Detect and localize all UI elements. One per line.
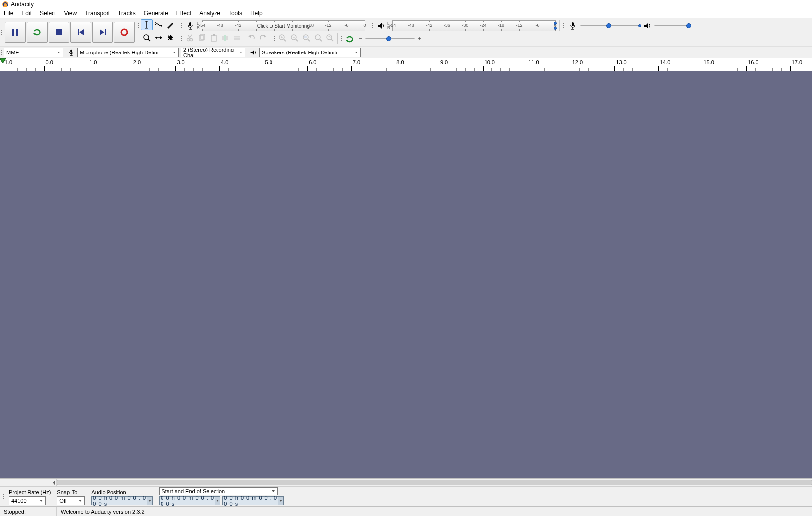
timeshift-tool[interactable] [153, 32, 164, 43]
snap-to-combo[interactable]: Off [57, 496, 85, 505]
record-button[interactable] [114, 22, 135, 43]
ruler-label: 13.0 [616, 59, 626, 65]
zoom-toggle-button[interactable] [324, 32, 336, 43]
skip-end-button[interactable] [92, 22, 113, 43]
toolbar-grip[interactable] [180, 19, 184, 32]
ruler-label: 6.0 [309, 59, 316, 65]
chevron-down-icon[interactable] [215, 497, 220, 505]
play-button[interactable] [27, 22, 48, 43]
playback-speed-slider[interactable] [365, 34, 415, 44]
ruler-label: 4.0 [221, 59, 228, 65]
project-rate-combo[interactable]: 44100 [9, 496, 46, 505]
toolbar-grip[interactable] [180, 32, 184, 45]
ruler-label: 8.0 [396, 59, 404, 65]
zoom-in-button[interactable] [276, 32, 288, 43]
undo-button[interactable] [245, 32, 257, 43]
mic-icon[interactable] [186, 21, 195, 30]
recording-volume-slider[interactable] [580, 21, 640, 31]
project-rate-label: Project Rate (Hz) [9, 489, 51, 495]
toolbar-grip[interactable] [0, 19, 4, 45]
zoom-out-button[interactable] [288, 32, 300, 43]
draw-tool[interactable] [164, 19, 176, 30]
tools-toolbar-row1 [141, 19, 176, 32]
play-at-speed-button[interactable] [343, 33, 355, 44]
chevron-down-icon [57, 51, 61, 54]
menu-generate[interactable]: Generate [140, 9, 172, 17]
zoom-toolbar [276, 32, 336, 45]
playback-device-combo[interactable]: Speakers (Realtek High Definiti [259, 48, 361, 57]
meter-tick-label: -18 [498, 23, 504, 28]
skip-start-button[interactable] [70, 22, 91, 43]
toolbar-grip[interactable] [561, 19, 565, 32]
menu-tools[interactable]: Tools [224, 9, 246, 17]
speaker-icon[interactable] [377, 21, 385, 30]
horizontal-scrollbar[interactable] [0, 478, 812, 486]
selection-tool[interactable] [141, 19, 153, 30]
audio-position-field[interactable]: 0 0 h 0 0 m 0 0 . 0 0 0 s [91, 496, 153, 505]
selection-start-value: 0 0 h 0 0 m 0 0 . 0 0 0 s [161, 495, 219, 507]
timeline-ruler[interactable]: - 1.00.01.02.03.04.05.06.07.08.09.010.01… [0, 58, 812, 71]
menu-file[interactable]: File [0, 9, 17, 17]
audio-host-combo[interactable]: MME [4, 48, 63, 57]
selection-mode-value: Start and End of Selection [162, 488, 225, 494]
selection-mode-combo[interactable]: Start and End of Selection [159, 487, 278, 495]
chevron-down-icon[interactable] [147, 497, 152, 505]
toolbar-grip[interactable] [0, 50, 4, 55]
ruler-label: 16.0 [748, 59, 758, 65]
ruler-label: 5.0 [265, 59, 272, 65]
envelope-tool[interactable] [153, 19, 164, 30]
menu-view[interactable]: View [60, 9, 81, 17]
meter-tick-label: -30 [462, 23, 468, 28]
recording-device-combo[interactable]: Microphone (Realtek High Defini [77, 48, 179, 57]
track-area[interactable] [0, 71, 812, 478]
menu-analyze[interactable]: Analyze [195, 9, 224, 17]
menu-effect[interactable]: Effect [172, 9, 195, 17]
scroll-left-icon[interactable] [52, 480, 56, 486]
menu-help[interactable]: Help [246, 9, 267, 17]
toolbar-grip[interactable] [272, 32, 276, 45]
playback-meter[interactable]: -54-48-42-36-30-24-18-12-60 [392, 20, 556, 31]
silence-button[interactable] [231, 32, 243, 43]
trim-button[interactable] [219, 32, 231, 43]
meter-tick-label: -36 [444, 23, 450, 28]
recording-meter[interactable]: Click to Start Monitoring -54-48-42-18-1… [202, 20, 365, 31]
minus-icon [357, 36, 363, 42]
cut-button[interactable] [184, 32, 196, 43]
chevron-down-icon [271, 489, 275, 493]
selection-start-field[interactable]: 0 0 h 0 0 m 0 0 . 0 0 0 s [159, 496, 220, 505]
status-bar: Stopped. Welcome to Audacity version 2.3… [0, 506, 812, 516]
meter-tick-label: -54 [199, 23, 205, 28]
ruler-label: 7.0 [353, 59, 360, 65]
toolbar-grip[interactable] [137, 19, 141, 32]
title-bar: Audacity [0, 0, 812, 9]
status-message: Welcome to Audacity version 2.3.2 [57, 507, 812, 516]
multi-tool[interactable] [164, 32, 176, 43]
menu-transport[interactable]: Transport [81, 9, 114, 17]
stop-button[interactable] [49, 22, 69, 43]
toolbar-grip[interactable] [2, 487, 6, 505]
toolbar-grip[interactable] [339, 32, 343, 45]
meter-tick-label: -6 [536, 23, 540, 28]
selection-end-field[interactable]: 0 0 h 0 0 m 0 0 . 0 0 0 s [222, 496, 284, 505]
ruler-label: 15.0 [704, 59, 714, 65]
fit-selection-button[interactable] [300, 32, 312, 43]
meter-tick-label: -6 [345, 23, 349, 28]
meter-tick-label: -54 [389, 23, 396, 28]
menu-tracks[interactable]: Tracks [114, 9, 140, 17]
chevron-down-icon[interactable] [278, 497, 283, 505]
pause-button[interactable] [5, 22, 26, 43]
menu-select[interactable]: Select [36, 9, 60, 17]
copy-button[interactable] [196, 32, 208, 43]
recording-channels-combo[interactable]: 2 (Stereo) Recording Chai [181, 48, 245, 57]
playback-volume-slider[interactable] [654, 21, 689, 31]
ruler-label: 11.0 [528, 59, 539, 65]
redo-button[interactable] [257, 32, 269, 43]
paste-button[interactable] [208, 32, 219, 43]
toolbar-grip[interactable] [371, 19, 375, 32]
menu-edit[interactable]: Edit [17, 9, 36, 17]
ruler-label: - 1.0 [1, 59, 12, 65]
transport-toolbar [4, 19, 137, 45]
fit-project-button[interactable] [312, 32, 324, 43]
zoom-tool[interactable] [141, 32, 153, 43]
speaker-icon [247, 49, 259, 56]
